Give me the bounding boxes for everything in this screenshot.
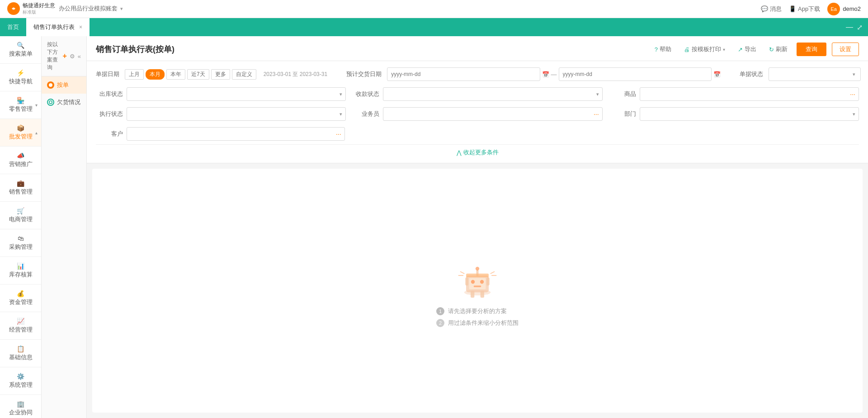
tab-minimize-icon[interactable]: — xyxy=(846,23,853,31)
collapse-btn[interactable]: ⋀ 收起更多条件 xyxy=(457,148,499,157)
sidebar-item-inventory[interactable]: 📊 库存核算 xyxy=(0,257,41,285)
date-quick-btns: 上月 本月 本年 近7天 更多 自定义 xyxy=(125,69,256,80)
sidebar-item-system[interactable]: ⚙️ 系统管理 xyxy=(0,367,41,395)
tab-close-icon[interactable]: × xyxy=(79,24,82,30)
date-last7-btn[interactable]: 近7天 xyxy=(187,69,209,80)
svg-point-2 xyxy=(49,101,52,104)
department-label: 部门 xyxy=(609,110,636,118)
customer-row: 客户 ··· xyxy=(96,127,859,141)
goods-label: 商品 xyxy=(609,90,636,98)
empty-illustration xyxy=(455,255,500,300)
department-input[interactable] xyxy=(640,107,859,121)
sidebar-item-inventory-label: 库存核算 xyxy=(9,271,33,279)
purchase-icon: 🛍 xyxy=(18,235,24,242)
date-this-year-btn[interactable]: 本年 xyxy=(166,69,185,80)
expected-date-start-input[interactable] xyxy=(387,67,540,81)
sidebar-item-operation[interactable]: 📈 经营管理 xyxy=(0,312,41,340)
basic-icon: 📋 xyxy=(17,345,24,352)
help-btn[interactable]: ? 帮助 xyxy=(651,43,675,55)
sidebar-item-sales[interactable]: 💼 销售管理 xyxy=(0,174,41,202)
calendar-icon-end[interactable]: 📅 xyxy=(713,71,721,78)
svg-rect-11 xyxy=(471,291,474,298)
refresh-btn[interactable]: ↻ 刷新 xyxy=(765,43,791,55)
execution-status-input[interactable] xyxy=(127,107,346,121)
date-separator: — xyxy=(551,71,557,78)
sidebar-item-ecommerce[interactable]: 🛒 电商管理 xyxy=(0,202,41,229)
sub-sidebar-add-icon[interactable]: + xyxy=(62,52,66,60)
date-prev-month-btn[interactable]: 上月 xyxy=(125,69,144,80)
main-layout: 🔍 搜索菜单 ⚡ 快捷导航 🏪 零售管理 ▾ 📦 批发管理 ▴ 📣 营销推广 💼… xyxy=(0,36,868,418)
date-custom-btn[interactable]: 自定义 xyxy=(232,69,256,80)
sub-sidebar-settings-icon[interactable]: ⚙ xyxy=(70,53,75,60)
order-status-label: 单据状态 xyxy=(740,70,763,78)
sidebar-item-enterprise-label: 企业协同 xyxy=(9,408,33,417)
execution-status-wrapper: ▾ xyxy=(127,107,346,121)
app-download-label: App下载 xyxy=(798,5,820,13)
sub-sidebar-item-order[interactable]: 按单 xyxy=(42,76,86,94)
sidebar-item-purchase[interactable]: 🛍 采购管理 xyxy=(0,229,41,257)
marketing-icon: 📣 xyxy=(17,152,24,159)
avatar: Ea xyxy=(827,3,840,15)
sidebar-item-enterprise[interactable]: 🏢 企业协同 xyxy=(0,395,41,418)
delivery-status-label: 出库状态 xyxy=(96,90,123,98)
goods-input[interactable] xyxy=(640,87,859,101)
tab-expand-icon[interactable]: ⤢ xyxy=(857,23,863,32)
sidebar-item-quick-nav[interactable]: ⚡ 快捷导航 xyxy=(0,64,41,91)
svg-point-1 xyxy=(49,83,52,87)
breadcrumb[interactable]: 办公用品行业模拟账套 ▾ xyxy=(59,5,123,13)
filter-section: 单据日期 上月 本月 本年 近7天 更多 自定义 2023-03-01 至 20… xyxy=(87,61,868,163)
sidebar-item-finance[interactable]: 💰 资金管理 xyxy=(0,285,41,312)
query-btn[interactable]: 查询 xyxy=(797,43,826,56)
svg-rect-12 xyxy=(481,291,484,298)
sub-sidebar-actions: + ⚙ « xyxy=(62,52,81,60)
delivery-status-input[interactable] xyxy=(127,87,346,101)
salesperson-input[interactable] xyxy=(383,107,602,121)
message-btn[interactable]: 💬 消息 xyxy=(761,5,782,13)
customer-input[interactable] xyxy=(127,127,345,141)
refresh-label: 刷新 xyxy=(776,45,788,53)
sidebar-item-retail[interactable]: 🏪 零售管理 ▾ xyxy=(0,91,41,119)
order-status-select[interactable] xyxy=(769,67,861,81)
sidebar-item-basic[interactable]: 📋 基础信息 xyxy=(0,340,41,367)
date-label: 单据日期 xyxy=(96,70,119,78)
delivery-status-wrapper: ▾ xyxy=(127,87,346,101)
date-this-month-btn[interactable]: 本月 xyxy=(146,69,165,80)
goods-wrapper: ··· xyxy=(640,87,859,101)
template-print-btn[interactable]: 🖨 按模板打印 ▾ xyxy=(680,43,729,55)
collapse-up-icon: ⋀ xyxy=(457,149,462,156)
payment-status-input[interactable] xyxy=(383,87,602,101)
shortage-icon xyxy=(47,99,54,106)
calendar-icon-start[interactable]: 📅 xyxy=(542,71,549,78)
sidebar-item-wholesale[interactable]: 📦 批发管理 ▴ xyxy=(0,119,41,147)
operation-icon: 📈 xyxy=(17,318,24,325)
sidebar-item-marketing[interactable]: 📣 营销推广 xyxy=(0,147,41,174)
order-icon xyxy=(47,81,54,89)
export-icon: ↗ xyxy=(738,46,743,53)
date-more-btn[interactable]: 更多 xyxy=(211,69,230,80)
settings-btn[interactable]: 设置 xyxy=(832,43,859,56)
filter-grid-row3: 执行状态 ▾ 业务员 ··· 部门 xyxy=(96,107,859,121)
expected-date-input-wrapper: 📅 — 📅 xyxy=(387,67,721,81)
department-row: 部门 ▾ xyxy=(609,107,859,121)
app-download-btn[interactable]: 📱 App下载 xyxy=(789,5,820,13)
help-icon: ? xyxy=(655,46,658,53)
tab-sales-order[interactable]: 销售订单执行表 × xyxy=(26,18,90,36)
svg-point-6 xyxy=(471,280,475,283)
avatar-text: Ea xyxy=(831,6,837,12)
execution-status-row: 执行状态 ▾ xyxy=(96,107,346,121)
logo-text-block: 畅捷通好生意 标准版 xyxy=(23,2,55,15)
sub-sidebar-item-shortage[interactable]: 欠货情况 xyxy=(42,94,86,111)
tab-home[interactable]: 首页 xyxy=(0,18,26,36)
logo-area: 畅捷通好生意 标准版 xyxy=(7,2,55,15)
filter-grid-row2: 出库状态 ▾ 收款状态 ▾ 商品 xyxy=(96,87,859,101)
expected-date-end-input[interactable] xyxy=(559,67,712,81)
sub-sidebar-collapse-icon[interactable]: « xyxy=(78,53,81,60)
tab-actions: — ⤢ xyxy=(846,23,868,32)
tip-num-1: 1 xyxy=(436,307,444,315)
print-icon: 🖨 xyxy=(684,46,690,53)
user-area[interactable]: Ea demo2 xyxy=(827,3,861,15)
export-btn[interactable]: ↗ 导出 xyxy=(734,43,760,55)
empty-tip-2: 2 用过滤条件来缩小分析范围 xyxy=(436,319,519,327)
sidebar-item-search[interactable]: 🔍 搜索菜单 xyxy=(0,36,41,64)
svg-line-18 xyxy=(491,271,494,273)
